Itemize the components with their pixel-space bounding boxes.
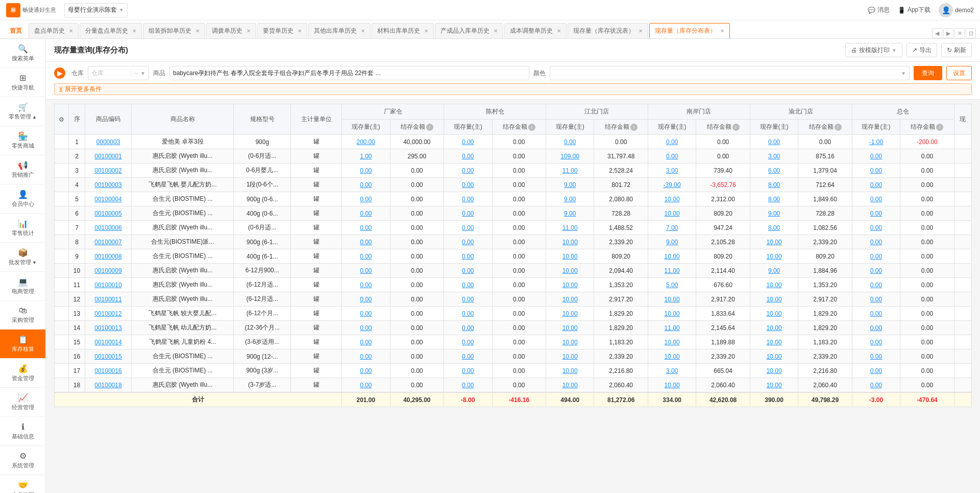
message-icon: 💬: [868, 7, 875, 14]
close-icon[interactable]: ✕: [424, 28, 428, 34]
main-layout: 🔍 搜索英单 ⊞ 快捷导航 🛒 零售管理 ▲ 🏪 零售商城 📢 营销推广 👤 会…: [0, 39, 980, 493]
sidebar-item-collab[interactable]: 🤝 企业协同: [0, 475, 45, 493]
total-row: 合计201.0040,295.00-8.00-416.16494.0081,27…: [55, 392, 972, 407]
tab-label: 调拨单历史: [212, 27, 242, 35]
tab-close-btn[interactable]: ✕: [954, 28, 965, 38]
sidebar-item-marketing[interactable]: 📢 营销推广: [0, 155, 45, 184]
num-th: 序: [69, 104, 85, 135]
tab-request[interactable]: 要货单历史 ✕: [257, 23, 307, 38]
sidebar-item-retail[interactable]: 🛒 零售管理 ▲: [0, 97, 45, 126]
close-icon[interactable]: ✕: [247, 28, 251, 34]
tab-home-label: 首页: [10, 27, 22, 35]
query-btn[interactable]: 查询: [914, 66, 942, 80]
tab-next-btn[interactable]: ▶: [943, 28, 953, 38]
company-selector[interactable]: 母婴行业演示陈套 ▼: [64, 3, 128, 17]
tab-stock-dist[interactable]: 现存量（库存分布表） ✕: [649, 23, 730, 38]
tab-label: 要货单历史: [263, 27, 293, 35]
tab-label: 盘点单历史: [34, 27, 65, 35]
lc-amount-info-icon[interactable]: i: [528, 124, 535, 131]
finance-icon: 💰: [2, 364, 43, 373]
tab-product-in[interactable]: 产成品入库单历史 ✕: [435, 23, 503, 38]
tab-label: 成本调整单历史: [510, 27, 553, 35]
table-row: 1800100018惠氏启胶 (Wyeth illu...(3-7岁适...罐0…: [55, 378, 972, 393]
export-label: 导出: [919, 46, 932, 55]
close-icon[interactable]: ✕: [639, 28, 643, 34]
sidebar-item-mall[interactable]: 🏪 零售商城: [0, 126, 45, 155]
tab-prev-btn[interactable]: ◀: [932, 28, 942, 38]
tab-material-out[interactable]: 材料出库单历史 ✕: [372, 23, 434, 38]
tab-expand-btn[interactable]: ⊡: [966, 28, 976, 38]
setting-btn[interactable]: 设置: [946, 66, 972, 80]
warehouse-selector[interactable]: 仓库 ··· ▼: [88, 66, 149, 80]
tab-label: 现存量（库存分布表）: [655, 27, 716, 35]
sidebar-label-row: 零售管理 ▲: [2, 113, 43, 121]
app-icon: 📱: [898, 7, 905, 14]
yb-stock-th: 现存量(主): [750, 120, 798, 135]
goods-input[interactable]: [169, 66, 529, 80]
sidebar-item-system[interactable]: ⚙ 系统管理: [0, 446, 45, 475]
system-icon: ⚙: [2, 451, 43, 461]
content-area: 现存量查询(库存分布) 🖨 按模版打印 ▼ ↗ 导出 ↻ 刷新: [46, 39, 980, 493]
expand-toggle-btn[interactable]: ▶: [54, 67, 65, 79]
export-btn[interactable]: ↗ 导出: [906, 43, 937, 57]
expand-arrow-icon: ▼: [32, 260, 37, 265]
tab-sub-inventory[interactable]: 分量盘点单历史 ✕: [80, 23, 142, 38]
sidebar-item-member[interactable]: 👤 会员中心: [0, 184, 45, 214]
sidebar-label: 企业协同: [2, 491, 43, 493]
sidebar-item-ecommerce[interactable]: 💻 电商管理: [0, 272, 45, 301]
close-icon[interactable]: ✕: [69, 28, 73, 34]
color-selector[interactable]: ▼: [550, 66, 910, 80]
close-icon[interactable]: ✕: [132, 28, 136, 34]
sidebar-item-nav[interactable]: ⊞ 快捷导航: [0, 68, 45, 97]
sidebar-item-retail-stats[interactable]: 📊 零售统计: [0, 214, 45, 243]
user-info[interactable]: 👤 demo2: [939, 3, 974, 17]
jb-amount-info-icon[interactable]: i: [630, 124, 638, 131]
table-row: 10000003爱他美 卓萃3段900g罐200.0040,000.000.00…: [55, 135, 972, 149]
total-amount-info-icon[interactable]: i: [936, 124, 943, 131]
expand-more-btn[interactable]: ⊻ 展开更多条件: [54, 83, 972, 95]
print-caret-icon: ▼: [892, 48, 897, 53]
tab-home[interactable]: 首页: [4, 23, 28, 38]
close-icon[interactable]: ✕: [720, 28, 724, 34]
tab-cost-adjust[interactable]: 成本调整单历史 ✕: [504, 23, 567, 38]
refresh-btn[interactable]: ↻ 刷新: [941, 43, 972, 57]
tab-navigation: ◀ ▶ ✕ ⊡: [931, 28, 976, 38]
close-icon[interactable]: ✕: [494, 28, 498, 34]
filter-row-1: ▶ 仓库 仓库 ··· ▼ 商品 颜色 ▼ 查询 设置: [54, 66, 972, 80]
tab-inventory-check[interactable]: 盘点单历史 ✕: [29, 23, 79, 38]
tab-other-out[interactable]: 其他出库单历史 ✕: [308, 23, 371, 38]
sidebar-item-search[interactable]: 🔍 搜索英单: [0, 39, 45, 68]
sidebar-item-inventory[interactable]: 📋 库存核算: [0, 330, 45, 359]
refresh-label: 刷新: [954, 46, 966, 55]
app-download-btn[interactable]: 📱 App下载: [898, 6, 930, 14]
close-icon[interactable]: ✕: [298, 28, 302, 34]
sidebar: 🔍 搜索英单 ⊞ 快捷导航 🛒 零售管理 ▲ 🏪 零售商城 📢 营销推广 👤 会…: [0, 39, 46, 493]
na-amount-info-icon[interactable]: i: [732, 124, 740, 131]
jiangbei-store-th: 江北门店: [546, 104, 648, 120]
message-btn[interactable]: 💬 消息: [868, 6, 890, 14]
na-stock-th: 现存量(主): [648, 120, 696, 135]
f-amount-info-icon[interactable]: i: [426, 124, 433, 131]
sidebar-item-finance[interactable]: 💰 资金管理: [0, 359, 45, 388]
tab-stock-status[interactable]: 现存量（库存状况表） ✕: [568, 23, 648, 38]
sidebar-label: 基础信息: [2, 433, 43, 440]
print-btn[interactable]: 🖨 按模版打印 ▼: [845, 43, 902, 57]
sidebar-item-base[interactable]: ℹ 基础信息: [0, 417, 45, 446]
warehouse-caret-icon: ▼: [140, 71, 145, 76]
sidebar-item-operations[interactable]: 📈 经营管理: [0, 388, 45, 417]
sidebar-item-purchase[interactable]: 🛍 采购管理: [0, 301, 45, 330]
close-icon[interactable]: ✕: [361, 28, 365, 34]
sidebar-label-row: 批发管理 ▼: [2, 259, 43, 266]
sidebar-item-wholesale[interactable]: 📦 批发管理 ▼: [0, 243, 45, 272]
wholesale-icon: 📦: [2, 248, 43, 257]
table-row: 900100008合生元 (BIOSTIME) ...400g (6-1...罐…: [55, 249, 972, 264]
tab-transfer[interactable]: 调拨单历史 ✕: [206, 23, 256, 38]
close-icon[interactable]: ✕: [557, 28, 561, 34]
page-header: 现存量查询(库存分布) 🖨 按模版打印 ▼ ↗ 导出 ↻ 刷新: [46, 39, 980, 62]
sidebar-label: 零售商城: [2, 142, 43, 150]
yb-amount-info-icon[interactable]: i: [835, 124, 842, 131]
ellipsis-btn[interactable]: ···: [131, 69, 138, 77]
close-icon[interactable]: ✕: [195, 28, 200, 34]
tab-assembly[interactable]: 组装拆卸单历史 ✕: [143, 23, 205, 38]
logo-icon: 标: [6, 3, 20, 17]
